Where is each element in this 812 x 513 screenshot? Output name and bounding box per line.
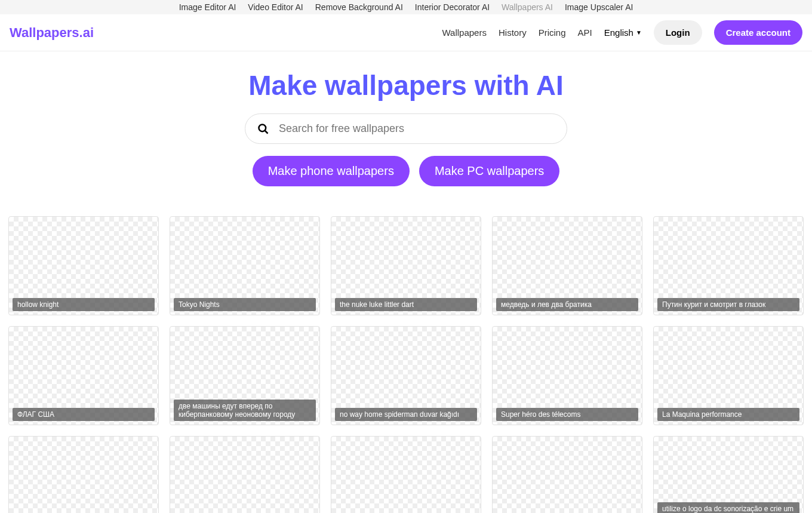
wallpaper-label: La Maquina performance bbox=[657, 408, 799, 421]
wallpaper-label: the nuke luke littler dart bbox=[335, 298, 477, 311]
svg-point-0 bbox=[259, 124, 266, 131]
nav-pricing[interactable]: Pricing bbox=[539, 27, 566, 38]
topbar-video-editor[interactable]: Video Editor AI bbox=[248, 2, 303, 12]
hero-section: Make wallpapers with AI Make phone wallp… bbox=[0, 51, 812, 198]
nav-history[interactable]: History bbox=[499, 27, 527, 38]
topbar-interior-decorator[interactable]: Interior Decorator AI bbox=[415, 2, 490, 12]
wallpaper-card[interactable]: Super héro des télecoms bbox=[492, 326, 642, 425]
main-nav: Wallpapers History Pricing API English ▼… bbox=[442, 20, 802, 45]
main-header: Wallpapers.ai Wallpapers History Pricing… bbox=[0, 14, 812, 51]
svg-line-1 bbox=[265, 130, 268, 133]
nav-api[interactable]: API bbox=[578, 27, 592, 38]
logo[interactable]: Wallpapers.ai bbox=[10, 25, 94, 41]
wallpaper-label: медведь и лев два братика bbox=[496, 298, 638, 311]
make-phone-wallpapers-button[interactable]: Make phone wallpapers bbox=[253, 156, 410, 186]
topbar-wallpapers[interactable]: Wallpapers AI bbox=[502, 2, 553, 12]
wallpaper-card[interactable]: Itachi bbox=[8, 436, 159, 513]
wallpaper-card[interactable]: Путин курит и смотрит в глазок bbox=[653, 216, 804, 315]
wallpaper-label: две машины едут вперед по киберпанковому… bbox=[174, 400, 316, 421]
wallpaper-card[interactable]: the nuke luke littler dart bbox=[331, 216, 481, 315]
create-account-button[interactable]: Create account bbox=[714, 20, 802, 45]
wallpaper-card[interactable]: utilize o logo da dc sonorização e crie … bbox=[653, 436, 804, 513]
search-input[interactable] bbox=[279, 122, 555, 135]
wallpaper-label: ФЛАГ США bbox=[13, 408, 155, 421]
wallpaper-grid: hollow knight Tokyo Nights the nuke luke… bbox=[0, 198, 812, 513]
make-pc-wallpapers-button[interactable]: Make PC wallpapers bbox=[419, 156, 559, 186]
login-button[interactable]: Login bbox=[654, 20, 702, 45]
wallpaper-label: Путин курит и смотрит в глазок bbox=[657, 298, 799, 311]
wallpaper-card[interactable]: ФЛАГ США bbox=[8, 326, 159, 425]
language-label: English bbox=[604, 27, 633, 38]
search-container bbox=[245, 113, 567, 144]
page-title: Make wallpapers with AI bbox=[0, 69, 812, 102]
language-selector[interactable]: English ▼ bbox=[604, 27, 642, 38]
topbar-image-upscaler[interactable]: Image Upscaler AI bbox=[565, 2, 633, 12]
wallpaper-card[interactable]: سكس نيك محارم bbox=[492, 436, 642, 513]
wallpaper-card[interactable]: La Maquina performance bbox=[653, 326, 804, 425]
wallpaper-label: utilize o logo da dc sonorização e crie … bbox=[657, 502, 799, 513]
wallpaper-card[interactable]: hollow knight bbox=[8, 216, 159, 315]
wallpaper-card[interactable]: медведь и лев два братика bbox=[492, 216, 642, 315]
wallpaper-label: hollow knight bbox=[13, 298, 155, 311]
wallpaper-card[interactable]: Tokyo Nights bbox=[170, 216, 320, 315]
topbar-image-editor[interactable]: Image Editor AI bbox=[179, 2, 236, 12]
search-icon bbox=[257, 123, 269, 135]
wallpaper-label: no way home spiderman duvar kağıdı bbox=[335, 408, 477, 421]
wallpaper-card[interactable]: سكس مايا bbox=[331, 436, 481, 513]
topbar-remove-bg[interactable]: Remove Background AI bbox=[315, 2, 403, 12]
nav-wallpapers[interactable]: Wallpapers bbox=[442, 27, 486, 38]
wallpaper-card[interactable]: две машины едут вперед по киберпанковому… bbox=[170, 326, 320, 425]
wallpaper-label: Super héro des télecoms bbox=[496, 408, 638, 421]
wallpaper-card[interactable]: no way home spiderman duvar kağıdı bbox=[331, 326, 481, 425]
top-product-bar: Image Editor AI Video Editor AI Remove B… bbox=[0, 0, 812, 14]
wallpaper-card[interactable]: leao da tribo de juda bbox=[170, 436, 320, 513]
chevron-down-icon: ▼ bbox=[636, 29, 642, 36]
cta-buttons: Make phone wallpapers Make PC wallpapers bbox=[0, 156, 812, 186]
wallpaper-label: Tokyo Nights bbox=[174, 298, 316, 311]
